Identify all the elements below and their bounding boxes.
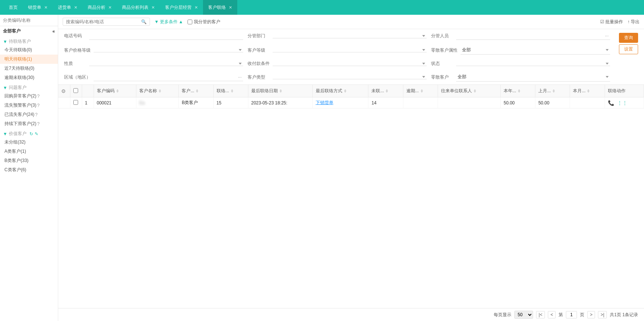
sort-name-icon[interactable] — [159, 89, 161, 93]
select-all-checkbox[interactable] — [73, 88, 78, 93]
nav-sales-order[interactable]: 销货单 ✕ — [23, 0, 53, 15]
export-btn[interactable]: ↑ 导出 — [627, 19, 640, 25]
th-index — [82, 85, 94, 97]
action-phone-icon[interactable]: 📞 — [608, 100, 614, 106]
nav-home[interactable]: 首页 — [4, 0, 23, 15]
sidebar-item-overdue[interactable]: 逾期未联络(30) — [0, 73, 58, 82]
sort-this-month-icon[interactable] — [587, 89, 589, 93]
sidebar-item-unclassified[interactable]: 未分组(32) — [0, 138, 58, 147]
sidebar-problem-title: ▼ 问题客户 — [0, 82, 58, 92]
contact-method-link[interactable]: 下销货单 — [316, 100, 333, 105]
region-select[interactable]: ··· — [94, 73, 243, 81]
payment-select[interactable] — [273, 62, 427, 66]
sidebar-item-tomorrow[interactable]: 明天待联络(1) — [0, 55, 58, 64]
nav-close-sales-order[interactable]: ✕ — [44, 5, 48, 10]
search-input-wrap[interactable]: 🔍 — [63, 18, 150, 26]
nav-customer-stratification[interactable]: 客户分层经营 ✕ — [160, 0, 203, 15]
nav-close-product-analysis[interactable]: ✕ — [108, 5, 112, 10]
sort-code-icon[interactable] — [116, 89, 119, 93]
pagination: 每页显示 50 100 200 |< < 第 页 > >| 共1页 1条记录 — [58, 308, 644, 321]
customer-table: ⚙ 客户编码 — [58, 85, 644, 108]
nav-close-customer-contact[interactable]: ✕ — [229, 5, 232, 10]
manager-label: 分管人员 — [431, 33, 453, 39]
customer-type-select[interactable] — [273, 75, 427, 79]
phone-label: 电话号码 — [64, 33, 86, 39]
action-menu-icon[interactable]: ⋮⋮ — [617, 100, 627, 106]
phone-input[interactable] — [89, 32, 243, 40]
settings-button[interactable]: 设置 — [619, 44, 638, 54]
sidebar-item-c-class[interactable]: C类客户(6) — [0, 165, 58, 175]
customer-level-select[interactable] — [273, 48, 427, 52]
sort-method-icon[interactable] — [344, 89, 346, 93]
sidebar-item-declining[interactable]: 持续下滑客户(2) ? — [0, 119, 58, 128]
status-label: 状态 — [431, 61, 453, 67]
search-icon[interactable]: 🔍 — [141, 19, 147, 24]
sidebar-all-customers[interactable]: 全部客户 « — [0, 26, 58, 36]
sidebar-item-week[interactable]: 近7天待联络(0) — [0, 64, 58, 73]
status-select[interactable] — [456, 62, 610, 66]
sidebar-item-churn-warning[interactable]: 流失预警客户(3) ? — [0, 101, 58, 110]
nav-close-product-list[interactable]: ✕ — [151, 5, 155, 10]
sidebar-item-b-class[interactable]: B类客户(33) — [0, 156, 58, 165]
sort-overdue-icon[interactable] — [421, 89, 423, 93]
gender-label: 性质 — [64, 61, 86, 67]
sidebar-value-title: ▼ 价值客户 ↻ ✎ — [0, 128, 58, 138]
sort-company-contact-icon[interactable] — [474, 89, 476, 93]
sidebar-item-repurchase-anomaly[interactable]: 回购异常客户(2) ? — [0, 92, 58, 101]
price-level-select[interactable] — [94, 48, 243, 52]
filter-gender: 性质 — [64, 61, 248, 67]
sort-no-contact-icon[interactable] — [386, 89, 388, 93]
sidebar-value-refresh-icon[interactable]: ↻ — [29, 131, 33, 137]
cell-no-contact: 14 — [368, 97, 403, 108]
manager-select[interactable]: ··· — [456, 32, 610, 40]
search-input[interactable] — [66, 19, 140, 24]
row-checkbox[interactable] — [73, 100, 78, 105]
nav-customer-contact[interactable]: 客户联络 ✕ — [203, 0, 237, 15]
retail-customer-select[interactable]: 全部 — [456, 73, 610, 82]
dept-select[interactable] — [273, 34, 427, 38]
filter-icon: ▼ — [154, 19, 159, 24]
nav-product-analysis[interactable]: 商品分析 ✕ — [83, 0, 117, 15]
sort-type-icon[interactable] — [196, 89, 198, 93]
nav-close-customer-strat[interactable]: ✕ — [195, 5, 198, 10]
customer-type-label: 客户类型 — [248, 74, 270, 80]
per-page-select[interactable]: 50 100 200 — [514, 311, 533, 319]
filter-area: 电话号码 分管部门 分管人员 ··· — [58, 29, 644, 85]
last-page-btn[interactable]: >| — [598, 311, 607, 318]
first-page-btn[interactable]: |< — [536, 311, 545, 318]
sidebar-item-churned[interactable]: 已流失客户(24) ? — [0, 110, 58, 119]
sort-contacts-icon[interactable] — [231, 89, 233, 93]
filter-row-4: 区域（地区） ··· 客户类型 零散客户 — [64, 73, 615, 82]
gender-select[interactable] — [89, 62, 243, 66]
prev-page-btn[interactable]: < — [548, 311, 556, 318]
sidebar-item-a-class[interactable]: A类客户(1) — [0, 147, 58, 156]
sort-year-icon[interactable] — [518, 89, 520, 93]
th-last-month: 上月... — [535, 85, 570, 97]
next-page-btn[interactable]: > — [587, 311, 595, 318]
sidebar-value-edit-icon[interactable]: ✎ — [35, 131, 38, 137]
sidebar-search-input[interactable] — [3, 18, 58, 23]
th-last-contact-date: 最后联络日期 — [248, 85, 312, 97]
sort-last-month-icon[interactable] — [553, 89, 555, 93]
sidebar-item-today[interactable]: 今天待联络(0) — [0, 45, 58, 55]
page-label: 第 — [559, 312, 563, 318]
settings-icon[interactable]: ⚙ — [61, 88, 66, 94]
batch-op-btn[interactable]: ☑ 批量操作 — [600, 19, 623, 25]
nav-product-analysis-list[interactable]: 商品分析列表 ✕ — [117, 0, 160, 15]
th-contacts: 联络... — [213, 85, 248, 97]
th-this-year: 本年... — [500, 85, 535, 97]
th-last-contact-method: 最后联络方式 — [312, 85, 368, 97]
search-bar: 🔍 ▼ 更多条件 ▲ 我分管的客户 ☑ 批量操作 ↑ 导出 — [58, 15, 644, 29]
nav-purchase-order[interactable]: 进货单 ✕ — [53, 0, 83, 15]
sort-date-icon[interactable] — [280, 89, 282, 93]
my-customers-checkbox[interactable] — [188, 20, 192, 24]
page-input[interactable] — [566, 311, 577, 318]
cell-last-contact-date: 2023-05-23 18:25: — [248, 97, 312, 108]
customer-level-label: 客户等级 — [248, 47, 270, 54]
query-button[interactable]: 查询 — [619, 33, 638, 43]
nav-close-purchase[interactable]: ✕ — [74, 5, 77, 10]
more-filter-btn[interactable]: ▼ 更多条件 ▲ — [154, 19, 183, 25]
th-no-contact: 未联... — [368, 85, 403, 97]
filter-price-level: 客户价格等级 — [64, 47, 248, 54]
retail-attr-select[interactable]: 全部 — [461, 46, 610, 55]
